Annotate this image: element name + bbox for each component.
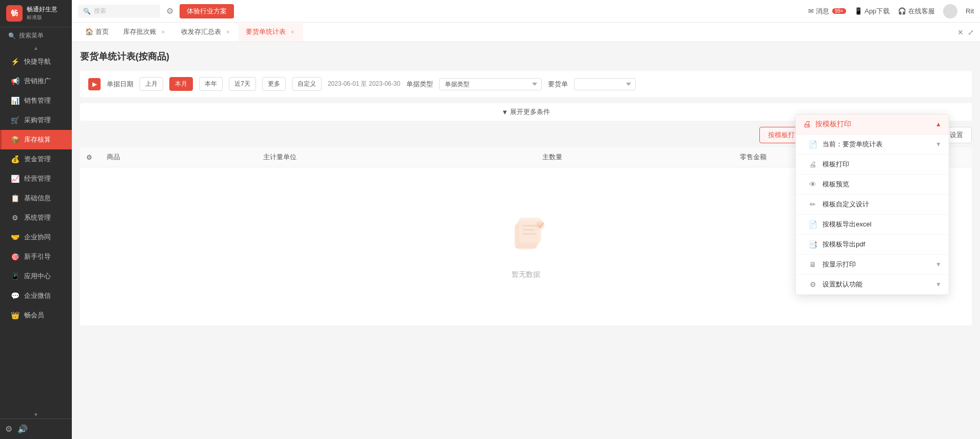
online-service-action[interactable]: 🎧 在线客服 bbox=[898, 7, 935, 16]
dropdown-header[interactable]: 🖨 按模板打印 ▲ bbox=[796, 114, 949, 135]
date-btn-more[interactable]: 更多 bbox=[262, 77, 286, 91]
tab-order-stats-close[interactable]: × bbox=[289, 28, 296, 35]
member-icon: 👑 bbox=[10, 311, 20, 319]
inventory-icon: 📦 bbox=[10, 136, 20, 144]
date-btn-this-year[interactable]: 本年 bbox=[199, 77, 223, 91]
system-icon: ⚙ bbox=[10, 214, 20, 222]
maximize-window-icon[interactable]: ⤢ bbox=[968, 28, 974, 36]
username: Rit bbox=[966, 7, 974, 15]
expand-more-label: 展开更多条件 bbox=[510, 107, 550, 117]
sidebar-item-collab[interactable]: 🤝 企业协同 bbox=[0, 227, 72, 247]
page-content: 要货单统计表(按商品) ▶ 单据日期 上月 本月 本年 近7天 更多 自定义 2… bbox=[72, 42, 980, 439]
sidebar-item-basic[interactable]: 📋 基础信息 bbox=[0, 188, 72, 208]
online-service-label: 在线客服 bbox=[908, 7, 935, 16]
topbar-gear-icon[interactable]: ⚙ bbox=[166, 6, 173, 16]
avatar[interactable] bbox=[943, 4, 957, 18]
sidebar-item-finance[interactable]: 💰 资金管理 bbox=[0, 149, 72, 169]
tab-inventory-batch-label: 库存批次账 bbox=[123, 27, 156, 36]
expand-more-btn[interactable]: ▼ 展开更多条件 bbox=[502, 107, 551, 117]
col-unit: 主计量单位 bbox=[257, 147, 536, 167]
tab-inventory-batch-close[interactable]: × bbox=[160, 28, 167, 35]
newbie-label: 新手引导 bbox=[24, 252, 51, 261]
basic-label: 基础信息 bbox=[24, 194, 51, 203]
date-range-text: 2023-06-01 至 2023-06-30 bbox=[328, 80, 400, 88]
template-preview-label: 模板预览 bbox=[822, 180, 849, 189]
dropdown-export-pdf[interactable]: 📑 按模板导出pdf bbox=[796, 235, 949, 255]
col-quantity: 主数量 bbox=[536, 147, 734, 167]
sidebar-item-purchase[interactable]: 🛒 采购管理 bbox=[0, 110, 72, 130]
close-window-icon[interactable]: ✕ bbox=[957, 28, 964, 36]
sidebar-item-wechat[interactable]: 💬 企业微信 bbox=[0, 286, 72, 306]
tab-receipt-summary[interactable]: 收发存汇总表 × bbox=[174, 23, 239, 42]
sidebar-item-app-center[interactable]: 📱 应用中心 bbox=[0, 266, 72, 286]
messages-action[interactable]: ✉ 消息 99+ bbox=[808, 7, 846, 16]
current-arrow: ▼ bbox=[935, 141, 942, 148]
svg-rect-5 bbox=[523, 225, 537, 226]
finance-icon: 💰 bbox=[10, 155, 20, 163]
dropdown-current-label: 当前：要货单统计表 bbox=[822, 140, 883, 149]
phone-icon: 📱 bbox=[854, 7, 863, 15]
doc-type-select[interactable]: 单据类型 bbox=[439, 78, 542, 90]
dropdown-template-preview[interactable]: 👁 模板预览 bbox=[796, 175, 949, 195]
experience-btn[interactable]: 体验行业方案 bbox=[180, 4, 234, 18]
template-print-icon: 🖨 bbox=[808, 160, 817, 168]
collab-icon: 🤝 bbox=[10, 233, 20, 241]
settings-icon[interactable]: ⚙ bbox=[5, 424, 12, 434]
sales-label: 销售管理 bbox=[24, 96, 51, 105]
dropdown-header-label: 按模板打印 bbox=[815, 120, 851, 129]
scroll-down-btn[interactable]: ▼ bbox=[0, 411, 72, 418]
table-settings-icon[interactable]: ⚙ bbox=[86, 154, 92, 161]
messages-icon: ✉ bbox=[808, 7, 814, 15]
dropdown-template-design[interactable]: ✏ 模板自定义设计 bbox=[796, 195, 949, 215]
wechat-label: 企业微信 bbox=[24, 291, 51, 300]
dropdown-display-print[interactable]: 🖥 按显示打印 ▼ bbox=[796, 255, 949, 275]
system-label: 系统管理 bbox=[24, 213, 51, 222]
sidebar-item-quick-nav[interactable]: ⚡ 快捷导航 bbox=[0, 52, 72, 71]
sidebar-item-marketing[interactable]: 📢 营销推广 bbox=[0, 71, 72, 91]
date-btn-last-month[interactable]: 上月 bbox=[140, 77, 163, 91]
sales-icon: 📊 bbox=[10, 97, 20, 105]
col-settings[interactable]: ⚙ bbox=[80, 147, 101, 167]
empty-text: 暂无数据 bbox=[512, 270, 540, 279]
sidebar-search[interactable]: 🔍 搜索菜单 bbox=[0, 27, 72, 44]
tab-order-stats[interactable]: 要货单统计表 × bbox=[239, 23, 303, 42]
date-btn-7days[interactable]: 近7天 bbox=[229, 77, 256, 91]
dropdown-export-excel[interactable]: 📄 按模板导出excel bbox=[796, 215, 949, 235]
logo-text-area: 畅通好生意 标准版 bbox=[27, 6, 57, 21]
template-design-icon: ✏ bbox=[808, 200, 817, 208]
scroll-up-btn[interactable]: ▲ bbox=[0, 44, 72, 52]
quick-nav-label: 快捷导航 bbox=[24, 57, 51, 66]
date-btn-this-month[interactable]: 本月 bbox=[169, 77, 193, 91]
sound-icon[interactable]: 🔊 bbox=[17, 424, 28, 434]
filter-expand-btn[interactable]: ▶ bbox=[88, 78, 101, 90]
tab-home[interactable]: 🏠 首页 bbox=[78, 23, 116, 42]
date-btn-custom[interactable]: 自定义 bbox=[292, 77, 322, 91]
order-select[interactable] bbox=[574, 78, 636, 90]
empty-icon bbox=[505, 214, 546, 262]
display-print-icon: 🖥 bbox=[808, 260, 817, 269]
tab-receipt-summary-close[interactable]: × bbox=[224, 28, 231, 35]
default-func-label: 设置默认功能 bbox=[822, 280, 863, 289]
date-filter-label: 单据日期 bbox=[107, 80, 133, 89]
app-download-action[interactable]: 📱 App下载 bbox=[854, 7, 890, 16]
topbar-actions: ✉ 消息 99+ 📱 App下载 🎧 在线客服 Rit bbox=[808, 4, 974, 18]
topbar-search[interactable]: 🔍 搜索 bbox=[78, 5, 160, 17]
sidebar-item-newbie[interactable]: 🎯 新手引导 bbox=[0, 247, 72, 266]
sidebar-item-system[interactable]: ⚙ 系统管理 bbox=[0, 208, 72, 227]
svg-rect-7 bbox=[523, 233, 536, 235]
dropdown-current[interactable]: 📄 当前：要货单统计表 ▼ bbox=[796, 135, 949, 155]
col-product: 商品 bbox=[101, 147, 257, 167]
print-dropdown: 🖨 按模板打印 ▲ 📄 当前：要货单统计表 ▼ 🖨 模板打印 👁 模板预览 bbox=[795, 114, 949, 295]
default-func-left: ⚙ 设置默认功能 bbox=[808, 280, 863, 289]
sidebar-item-inventory[interactable]: 📦 库存核算 bbox=[0, 130, 72, 149]
operation-label: 经营管理 bbox=[24, 174, 51, 183]
page-title: 要货单统计表(按商品) bbox=[80, 50, 972, 63]
dropdown-default-func[interactable]: ⚙ 设置默认功能 ▼ bbox=[796, 275, 949, 295]
sidebar-item-sales[interactable]: 📊 销售管理 bbox=[0, 91, 72, 110]
tab-inventory-batch[interactable]: 库存批次账 × bbox=[116, 23, 174, 42]
sidebar-item-member[interactable]: 👑 畅会员 bbox=[0, 306, 72, 325]
sidebar-item-operation[interactable]: 📈 经营管理 bbox=[0, 169, 72, 188]
template-print-label: 模板打印 bbox=[822, 160, 849, 169]
doc-type-filter-label: 单据类型 bbox=[406, 80, 433, 89]
dropdown-template-print[interactable]: 🖨 模板打印 bbox=[796, 155, 949, 175]
